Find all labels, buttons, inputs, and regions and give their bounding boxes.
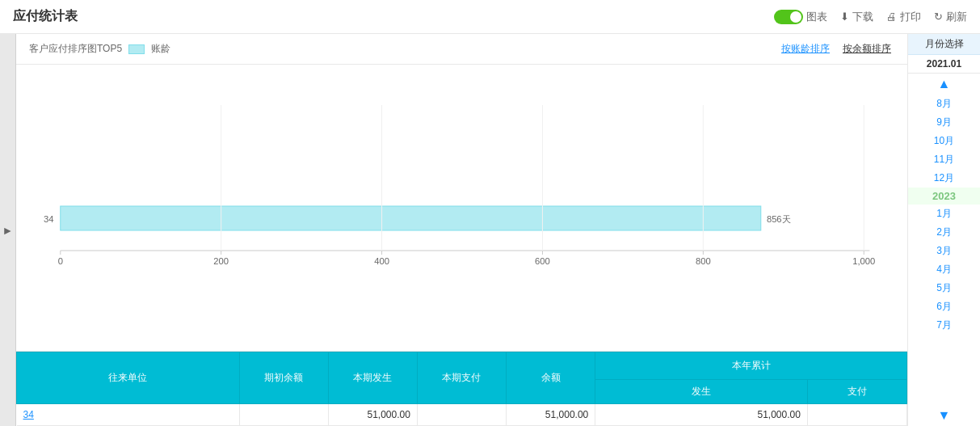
- chart-svg: 34 856天 0 200 400 600: [29, 73, 894, 283]
- sidebar-year-2023[interactable]: 2023: [908, 188, 980, 205]
- col-year-occur-header: 发生: [595, 380, 808, 404]
- legend-title: 客户应付排序图TOP5: [29, 42, 122, 56]
- svg-text:1,000: 1,000: [852, 256, 875, 266]
- sidebar-month-2[interactable]: 2月: [908, 223, 980, 242]
- chart-legend: 客户应付排序图TOP5 账龄: [29, 42, 170, 56]
- col-year-pay-header: 支付: [807, 380, 906, 404]
- sidebar-month-11[interactable]: 11月: [908, 150, 980, 169]
- col-year-cumulative-header: 本年累计: [595, 352, 907, 380]
- chart-label: 图表: [806, 10, 827, 24]
- download-label: 下载: [852, 10, 873, 24]
- sidebar-month-10[interactable]: 10月: [908, 132, 980, 150]
- download-button[interactable]: ⬇ 下载: [840, 10, 873, 24]
- col-period-balance-header: 期初余额: [239, 352, 328, 404]
- print-label: 打印: [900, 10, 921, 24]
- refresh-icon: ↻: [934, 11, 943, 23]
- sidebar-months: 8月 9月 10月 11月 12月 2023 1月 2月 3月 4月 5月 6月…: [908, 95, 980, 405]
- app-container: 应付统计表 图表 ⬇ 下载 🖨 打印 ↻: [0, 0, 980, 426]
- sort-by-balance-btn[interactable]: 按账龄排序: [778, 40, 833, 57]
- chart-toggle[interactable]: [774, 10, 803, 24]
- print-button[interactable]: 🖨 打印: [886, 10, 921, 24]
- legend-color-box: [128, 44, 145, 54]
- svg-text:800: 800: [696, 256, 711, 266]
- sidebar-header: 月份选择: [908, 34, 980, 55]
- sidebar-month-9[interactable]: 9月: [908, 113, 980, 132]
- sidebar: 月份选择 2021.01 ▲ 8月 9月 10月 11月 12月 2023 1月…: [907, 34, 980, 426]
- chart-header: 客户应付排序图TOP5 账龄 按账龄排序 按余额排序: [16, 34, 907, 65]
- svg-text:0: 0: [58, 256, 63, 266]
- sidebar-month-8[interactable]: 8月: [908, 95, 980, 113]
- sidebar-month-1[interactable]: 1月: [908, 205, 980, 223]
- sidebar-month-4[interactable]: 4月: [908, 260, 980, 279]
- cell-period-pay: [417, 404, 506, 426]
- cell-balance: 51,000.00: [507, 404, 595, 426]
- table-body: 34 51,000.00 51,000.00 51,000.00: [17, 404, 907, 426]
- chart-toggle-action[interactable]: 图表: [774, 10, 827, 24]
- svg-text:200: 200: [213, 256, 229, 266]
- main-content: ► 客户应付排序图TOP5 账龄 按账龄排序 按余额排序 34: [0, 34, 980, 426]
- sidebar-month-6[interactable]: 6月: [908, 297, 980, 316]
- chart-area: 客户应付排序图TOP5 账龄 按账龄排序 按余额排序 34 856天: [16, 34, 907, 426]
- bar-value-label: 856天: [767, 214, 791, 224]
- col-unit-header: 往来单位: [17, 352, 240, 404]
- sidebar-month-7[interactable]: 7月: [908, 316, 980, 335]
- sidebar-expand-btn[interactable]: ►: [0, 34, 16, 426]
- cell-year-pay: [807, 404, 906, 426]
- sidebar-month-12[interactable]: 12月: [908, 169, 980, 188]
- data-table: 往来单位 期初余额 本期发生 本期支付 余额 本年累计 发生 支付: [16, 352, 907, 426]
- col-balance-header: 余额: [507, 352, 595, 404]
- sidebar-month-5[interactable]: 5月: [908, 279, 980, 297]
- bar-y-label: 34: [44, 214, 53, 224]
- header-actions: 图表 ⬇ 下载 🖨 打印 ↻ 刷新: [774, 10, 967, 24]
- bar-rect: [61, 206, 761, 230]
- table-wrapper: 往来单位 期初余额 本期发生 本期支付 余额 本年累计 发生 支付: [16, 352, 907, 426]
- svg-text:400: 400: [374, 256, 389, 266]
- sidebar-month-3[interactable]: 3月: [908, 242, 980, 260]
- sidebar-nav-up[interactable]: ▲: [908, 74, 980, 95]
- sidebar-date-display: 2021.01: [908, 55, 980, 74]
- download-icon: ⬇: [840, 11, 849, 23]
- legend-color-label: 账龄: [151, 42, 170, 56]
- chart-sort-buttons: 按账龄排序 按余额排序: [778, 40, 894, 57]
- cell-period-occur: 51,000.00: [328, 404, 417, 426]
- page-title: 应付统计表: [13, 8, 78, 25]
- table-header-row: 往来单位 期初余额 本期发生 本期支付 余额 本年累计: [17, 352, 907, 380]
- sort-by-amount-btn[interactable]: 按余额排序: [839, 40, 894, 57]
- refresh-label: 刷新: [946, 10, 967, 24]
- sidebar-nav-down[interactable]: ▼: [908, 405, 980, 426]
- table-area: 往来单位 期初余额 本期发生 本期支付 余额 本年累计 发生 支付: [16, 351, 907, 426]
- cell-unit[interactable]: 34: [17, 404, 240, 426]
- header: 应付统计表 图表 ⬇ 下载 🖨 打印 ↻: [0, 0, 980, 34]
- cell-year-occur: 51,000.00: [595, 404, 808, 426]
- svg-text:600: 600: [535, 256, 550, 266]
- refresh-button[interactable]: ↻ 刷新: [934, 10, 967, 24]
- print-icon: 🖨: [886, 11, 897, 23]
- col-period-pay-header: 本期支付: [417, 352, 506, 404]
- chart-svg-container: 34 856天 0 200 400 600: [16, 65, 907, 351]
- cell-period-balance: [239, 404, 328, 426]
- table-row: 34 51,000.00 51,000.00 51,000.00: [17, 404, 907, 426]
- col-period-occur-header: 本期发生: [328, 352, 417, 404]
